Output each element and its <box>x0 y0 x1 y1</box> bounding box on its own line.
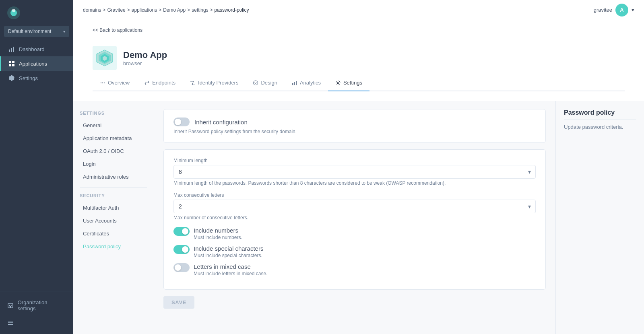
max-consec-group: Max consecutive letters 2 1 3 4 Max numb… <box>173 192 536 221</box>
svg-rect-16 <box>8 324 13 325</box>
inherit-toggle-track <box>173 118 190 126</box>
tabs: Overview Endpoints Identity Providers De… <box>93 75 625 91</box>
settings-nav-mfa[interactable]: Multifactor Auth <box>76 202 151 214</box>
tab-identity-providers[interactable]: Identity Providers <box>183 75 246 91</box>
toggle-row-mixed-case: Letters in mixed case Must include lette… <box>173 263 536 276</box>
tab-overview[interactable]: Overview <box>93 75 137 91</box>
save-button[interactable]: SAVE <box>163 296 194 309</box>
svg-point-27 <box>255 83 256 84</box>
chevron-down-icon: ▾ <box>63 29 65 34</box>
dots-icon <box>100 80 105 86</box>
app-name: Demo App <box>123 50 167 60</box>
content-inner: << Back to applications Demo App brows <box>83 20 634 101</box>
svg-rect-13 <box>10 306 11 308</box>
sidebar-item-collapse[interactable] <box>0 315 73 330</box>
svg-point-31 <box>337 82 339 84</box>
settings-nav-user-accounts[interactable]: User Accounts <box>76 214 151 227</box>
user-menu[interactable]: gravitee A ▾ <box>594 4 634 16</box>
sidebar-item-org-settings[interactable]: Organization settings <box>0 295 73 315</box>
transfer-icon <box>190 80 196 86</box>
include-special-toggle[interactable] <box>173 245 190 254</box>
toggle-row-special: Include special characters Must include … <box>173 245 536 258</box>
bar-chart-icon <box>8 46 15 52</box>
svg-rect-28 <box>292 83 293 85</box>
settings-nav-certificates[interactable]: Certificates <box>76 227 151 240</box>
logo <box>0 0 73 26</box>
building-icon <box>7 302 14 309</box>
toggle-row-numbers: Include numbers Must include numbers. <box>173 227 536 240</box>
right-panel-desc: Update password criteria. <box>564 124 636 130</box>
main-area: domains > Gravitee > applications > Demo… <box>73 0 644 334</box>
max-consec-select-wrapper: 2 1 3 4 <box>173 200 536 213</box>
logo-icon <box>6 6 21 20</box>
env-selector[interactable]: Default environment ▾ <box>4 26 69 37</box>
app-logo <box>95 48 115 68</box>
svg-rect-30 <box>296 81 297 85</box>
svg-rect-7 <box>12 61 14 63</box>
include-numbers-toggle[interactable] <box>173 227 190 236</box>
settings-nav-password-policy[interactable]: Password policy <box>76 240 151 253</box>
settings-nav-oauth[interactable]: OAuth 2.0 / OIDC <box>76 145 151 157</box>
inherit-label: Inherit configuration <box>194 119 248 126</box>
app-icon <box>93 46 117 70</box>
settings-nav-admin-roles[interactable]: Administrative roles <box>76 171 151 183</box>
right-panel-divider <box>564 120 636 120</box>
settings-nav-general[interactable]: General <box>76 119 151 132</box>
mixed-case-toggle-knob <box>175 264 181 271</box>
max-consec-select[interactable]: 2 1 3 4 <box>173 200 536 213</box>
svg-rect-11 <box>9 305 10 306</box>
svg-rect-4 <box>11 48 12 52</box>
svg-rect-8 <box>9 64 11 66</box>
svg-rect-5 <box>13 47 14 52</box>
special-toggle-knob <box>182 246 188 253</box>
svg-point-21 <box>101 82 101 83</box>
sidebar-item-dashboard[interactable]: Dashboard <box>0 42 73 56</box>
mixed-case-toggle[interactable] <box>173 263 190 272</box>
avatar: A <box>615 4 628 16</box>
include-numbers-label: Include numbers <box>194 227 242 234</box>
mixed-case-desc: Must include letters in mixed case. <box>194 271 267 276</box>
mixed-case-label: Letters in mixed case <box>194 263 267 270</box>
settings-nav-app-metadata[interactable]: Application metadata <box>76 132 151 144</box>
inherit-toggle-knob <box>175 119 181 125</box>
tab-analytics[interactable]: Analytics <box>285 75 328 91</box>
min-length-select[interactable]: 8 6 10 12 <box>173 165 536 179</box>
min-length-label: Minimum length <box>173 158 536 163</box>
svg-point-22 <box>102 82 103 83</box>
app-type: browser <box>123 60 167 66</box>
tab-settings[interactable]: Settings <box>328 75 369 91</box>
svg-rect-3 <box>9 49 10 52</box>
min-length-hint: Minimum length of the passwords. Passwor… <box>173 180 536 186</box>
settings-section-title-1: SETTINGS <box>73 109 154 119</box>
grid-icon <box>8 60 15 67</box>
settings-nav-login[interactable]: Login <box>76 158 151 170</box>
svg-point-25 <box>254 82 255 82</box>
min-length-select-wrapper: 8 6 10 12 <box>173 165 536 179</box>
settings-icon <box>335 80 341 86</box>
app-header: Demo App browser <box>93 39 625 70</box>
min-length-group: Minimum length 8 6 10 12 Minimum length … <box>173 158 536 186</box>
svg-point-2 <box>12 9 15 12</box>
svg-rect-29 <box>294 82 295 85</box>
mixed-case-toggle-track <box>173 263 190 272</box>
svg-rect-6 <box>9 61 11 63</box>
main-nav: Dashboard Applications Settings <box>0 42 73 291</box>
max-consec-label: Max consecutive letters <box>173 192 536 198</box>
analytics-icon <box>292 80 297 86</box>
tab-endpoints[interactable]: Endpoints <box>137 75 183 91</box>
inherit-card: Inherit configuration Inherit Password p… <box>163 109 546 143</box>
policy-card: Minimum length 8 6 10 12 Minimum length … <box>163 149 546 290</box>
settings-body: SETTINGS General Application metadata OA… <box>73 101 644 334</box>
svg-rect-15 <box>8 322 13 323</box>
sidebar-item-applications[interactable]: Applications <box>0 56 73 71</box>
content-area: << Back to applications Demo App brows <box>73 20 644 334</box>
settings-main-content: Inherit configuration Inherit Password p… <box>154 101 555 334</box>
svg-rect-9 <box>12 64 14 66</box>
back-link[interactable]: << Back to applications <box>93 27 142 33</box>
include-numbers-desc: Must include numbers. <box>194 235 242 240</box>
sidebar-item-settings[interactable]: Settings <box>0 71 73 85</box>
inherit-toggle[interactable] <box>173 118 190 126</box>
arrows-icon <box>144 80 150 86</box>
tab-design[interactable]: Design <box>246 75 284 91</box>
include-special-desc: Must include special characters. <box>194 253 263 258</box>
